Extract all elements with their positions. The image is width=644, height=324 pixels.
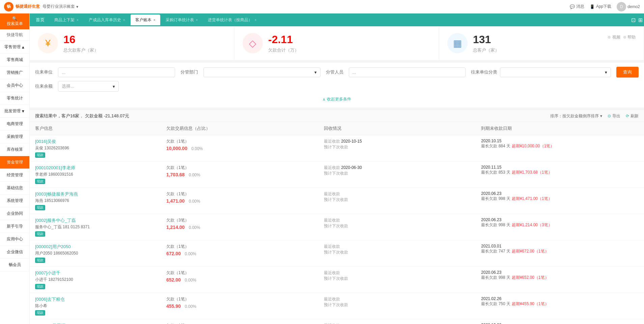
header-due-date: 到期未收款日期 (481, 125, 639, 131)
customer-tag-0: 现款 (35, 152, 45, 158)
customer-name-4[interactable]: [000002]用户2050 (35, 244, 166, 250)
stat-info-total: 131 总客户（家） (473, 33, 499, 53)
customer-name-2[interactable]: [0003]畅捷服务尹海燕 (35, 191, 166, 197)
sidebar-item-operations[interactable]: 经营管理 (0, 169, 29, 182)
main-layout: 🔍 搜索菜单 快捷导航 零售管理 ▲ 零售商城 营销推广 会员中心 零售统计 批… (0, 13, 644, 324)
sidebar-item-wechat[interactable]: 企业微信 (0, 246, 29, 259)
query-button[interactable]: 查询 (616, 67, 639, 78)
stats-bar: ¥ 16 总欠款客户（家） ◇ -2.11 欠款合计（万） ▦ (30, 26, 644, 60)
logo-text: 畅捷通好生意 (16, 4, 40, 9)
sidebar-item-marketing[interactable]: 营销推广 (0, 66, 29, 79)
chevron-icon: ▼ (21, 109, 25, 114)
recovery-cell-0: 最近收款 2020-10-15 预计下次收款 (324, 139, 481, 150)
sidebar-item-ecommerce[interactable]: 电商管理 (0, 118, 29, 130)
customer-name-7[interactable]: [000001]黄思源 (35, 323, 166, 324)
help-btn[interactable]: ⊙ 帮助 (623, 34, 636, 40)
stat-number-total: 131 (473, 33, 499, 46)
search-icon: 🔍 (1, 16, 28, 21)
app-download-action[interactable]: 📱 App下载 (590, 4, 611, 9)
sidebar-item-retail-mall[interactable]: 零售商城 (0, 54, 29, 66)
user-action[interactable]: D demo2 (617, 2, 640, 11)
sidebar-item-system[interactable]: 系统管理 (0, 195, 29, 207)
user-name: demo2 (627, 4, 640, 9)
stat-info-amount: -2.11 欠款合计（万） (268, 33, 299, 53)
sidebar-item-retail-mgmt[interactable]: 零售管理 ▲ (0, 41, 29, 54)
quick-nav[interactable]: 快捷导航 (0, 29, 29, 41)
customer-name-5[interactable]: [0007]小进千 (35, 270, 166, 276)
sidebar-item-guide[interactable]: 新手引导 (0, 220, 29, 233)
debt-cell-5: 欠款（1笔） 652.00 0.00% (166, 270, 324, 283)
sort-selector[interactable]: 排序：按欠款金额倒序排序 ▾ (550, 113, 602, 119)
export-button[interactable]: ⊙ 导出 (608, 113, 620, 119)
sidebar-item-capital[interactable]: 资金管理 (0, 156, 29, 169)
filter-row-2: 往来余额 选择... ▾ (35, 81, 639, 92)
top-bar-left: 畅 畅捷通好生意 母婴行业演示账套 ▾ (4, 2, 78, 11)
tab-purchase-stats[interactable]: 采购订单统计表 × (161, 14, 203, 25)
tab-close-goods[interactable]: × (254, 18, 256, 22)
sidebar-item-inventory[interactable]: 库存核算 (0, 143, 29, 156)
filter-input-balance[interactable]: 选择... ▾ (58, 81, 119, 92)
table-row: [000002]用户2050 用户2050 18665062050 现款 欠款（… (30, 240, 644, 267)
customer-name-1[interactable]: [0001020001]李老师 (35, 165, 166, 171)
sidebar-item-wholesale[interactable]: 批发管理 ▼ (0, 105, 29, 118)
customer-phone-1: 李老师 18600391516 (35, 172, 166, 177)
due-date-cell-7: 2020.12.30 最长欠款 808 天 超期¥429.00（1笔） (481, 323, 639, 324)
tab-close-purchase[interactable]: × (196, 18, 198, 22)
search-menu[interactable]: 🔍 搜索菜单 (0, 13, 29, 29)
customer-tag-3: 现款 (35, 231, 45, 237)
customer-phone-6: 陈小希 (35, 303, 166, 309)
chevron-down-icon: ▾ (76, 4, 78, 9)
table-row: [0001020001]李老师 李老师 18600391516 现款 欠款（1笔… (30, 161, 644, 188)
chevron-up-icon: ∧ (323, 97, 326, 102)
collapse-row[interactable]: ∧ 收起更多条件 (35, 95, 639, 104)
filter-input-unit[interactable]: ... (58, 67, 175, 77)
sidebar-item-retail-stats[interactable]: 零售统计 (0, 92, 29, 105)
sidebar-item-basic-info[interactable]: 基础信息 (0, 182, 29, 195)
customer-name-3[interactable]: [0002]服务中心_丁磊 (35, 217, 166, 224)
table-row: [000001]黄思源 黄思源 13552700226 现款 欠款（1笔） 42… (30, 319, 644, 324)
tab-close-products[interactable]: × (77, 18, 79, 22)
customer-name-6[interactable]: [0006]去下粮仓 (35, 296, 166, 302)
filter-label-unit: 往来单位 (35, 69, 55, 75)
tab-customer-account[interactable]: 客户账本 × (131, 14, 160, 25)
stat-number-debt-amount: -2.11 (268, 33, 299, 46)
tab-bar: 首页 商品上下架 × 产成品入库单历史 × 客户账本 × 采购订单统计表 × 进… (30, 13, 644, 26)
stat-label-debt-customers: 总欠款客户（家） (63, 47, 99, 53)
video-btn[interactable]: ⊙ 视频 (608, 34, 620, 40)
chevron-down-icon: ▾ (605, 70, 607, 75)
tab-goods-stats[interactable]: 进货单统计表（按商品） × (203, 14, 261, 25)
filter-input-dept[interactable]: ▾ (203, 67, 320, 77)
expand-icon[interactable]: ⊞ (638, 17, 643, 23)
message-action[interactable]: 💬 消息 (570, 4, 584, 9)
stat-label-debt-amount: 欠款合计（万） (268, 47, 299, 53)
stat-number-debt-customers: 16 (63, 33, 99, 46)
debt-cell-0: 欠款（1笔） 10,000.00 0.00% (166, 139, 324, 151)
sidebar-item-purchase[interactable]: 采购管理 (0, 130, 29, 143)
tab-close-customer[interactable]: × (153, 18, 156, 22)
customer-cell-5: [0007]小进千 小进千 18279152100 现款 (35, 270, 166, 289)
customer-phone-0: 吴俊 13026203696 (35, 145, 166, 151)
refresh-button[interactable]: ⟳ 刷新 (626, 113, 639, 119)
customer-cell-6: [0006]去下粮仓 陈小希 现款 (35, 296, 166, 316)
tab-products[interactable]: 商品上下架 × (50, 14, 83, 25)
sidebar-item-vip[interactable]: 畅会员 (0, 259, 29, 271)
filter-input-person[interactable]: ... (349, 67, 466, 77)
app-icon: 📱 (590, 4, 595, 9)
restore-icon[interactable]: ⊡ (631, 17, 636, 23)
tab-inventory-history[interactable]: 产成品入库单历史 × (84, 14, 130, 25)
sidebar-item-member[interactable]: 会员中心 (0, 79, 29, 92)
results-info: 搜索结果中，客户16家， 欠款金额 -21,148.07元 (35, 113, 129, 119)
sidebar-item-app-center[interactable]: 应用中心 (0, 233, 29, 246)
customer-phone-2: 海燕 18513066976 (35, 198, 166, 204)
sidebar-item-collaboration[interactable]: 企业协同 (0, 207, 29, 220)
filter-input-category[interactable]: ▾ (500, 67, 611, 77)
top-bar-right: 💬 消息 📱 App下载 D demo2 (570, 2, 640, 11)
tab-home[interactable]: 首页 (31, 17, 49, 23)
chevron-down-icon: ▾ (314, 70, 317, 75)
tab-close-inventory[interactable]: × (123, 18, 125, 22)
store-selector[interactable]: 母婴行业演示账套 ▾ (43, 4, 78, 9)
stat-info-debt: 16 总欠款客户（家） (63, 33, 99, 53)
customer-name-0[interactable]: [0016]吴俊 (35, 139, 166, 145)
header-recovery: 回收情况 (324, 125, 481, 131)
stat-card-actions: ⊙ 视频 ⊙ 帮助 (608, 33, 636, 40)
